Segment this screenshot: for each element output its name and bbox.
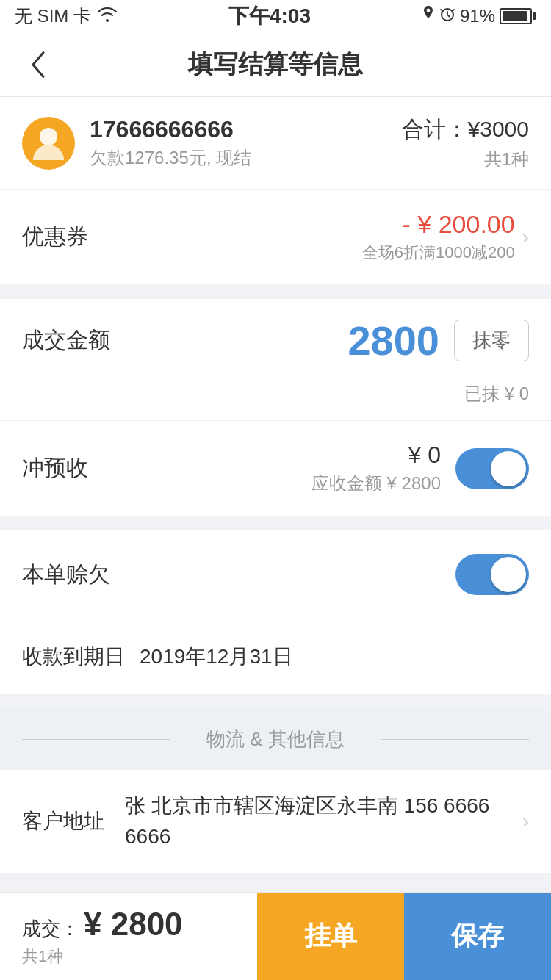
prepay-label: 冲预收 [22,453,311,483]
svg-point-1 [40,128,57,145]
page-title: 填写结算等信息 [54,48,497,82]
location-icon [422,6,435,26]
address-value: 张 北京市市辖区海淀区永丰南 156 6666 6666 [125,790,515,852]
debt-section: 本单赊欠 收款到期日 2019年12月31日 [0,530,551,694]
status-bar: 无 SIM 卡 下午4:03 91% [0,0,551,32]
save-button[interactable]: 保存 [404,893,551,981]
status-time: 下午4:03 [228,2,311,30]
coupon-discount: - ¥ 200.00 [403,210,515,239]
battery-icon [500,8,536,24]
address-chevron-icon: › [522,810,529,833]
prepay-amount: ¥ 0 [408,442,441,469]
prepay-toggle[interactable] [455,448,529,489]
prepay-desc: 应收金额 ¥ 2800 [311,472,441,495]
coupon-right: - ¥ 200.00 全场6折满1000减200 [362,210,515,264]
address-row[interactable]: 客户地址 张 北京市市辖区海淀区永丰南 156 6666 6666 › [0,770,551,873]
deal-section: 成交金额 2800 抹零 已抹 ¥ 0 冲预收 ¥ 0 应收金额 ¥ 2800 [0,299,551,516]
bottom-bar: 成交： ¥ 2800 共1种 挂单 保存 [0,892,551,980]
prepay-row: 冲预收 ¥ 0 应收金额 ¥ 2800 [0,420,551,516]
deal-right: 2800 抹零 [347,320,529,361]
customer-info: 17666666666 欠款1276.35元, 现结 [90,116,402,170]
hang-button[interactable]: 挂单 [257,893,404,981]
coupon-label: 优惠券 [22,222,362,252]
deal-sub: 已抹 ¥ 0 [0,382,551,420]
address-section: 客户地址 张 北京市市辖区海淀区永丰南 156 6666 6666 › [0,770,551,873]
battery-percent: 91% [460,6,495,26]
divider-line-left [22,739,170,740]
deal-amount: 2800 [347,320,439,361]
status-right: 91% [422,6,536,26]
bottom-amount: ¥ 2800 [84,906,183,943]
carrier-label: 无 SIM 卡 [15,4,91,28]
alarm-icon [439,6,455,26]
round-button[interactable]: 抹零 [454,320,529,361]
customer-section: 17666666666 欠款1276.35元, 现结 合计：¥3000 共1种 … [0,97,551,284]
total-amount: 合计：¥3000 [402,115,529,145]
wifi-icon [97,6,118,26]
customer-debt: 欠款1276.35元, 现结 [90,146,402,170]
divider-text: 物流 & 其他信息 [206,727,345,752]
avatar [22,117,75,170]
coupon-row[interactable]: 优惠券 - ¥ 200.00 全场6折满1000减200 › [0,189,551,284]
debt-toggle-knob [491,557,526,592]
deal-label: 成交金额 [22,325,347,356]
debt-label: 本单赊欠 [22,560,455,590]
customer-total: 合计：¥3000 共1种 [402,115,529,171]
debt-row: 本单赊欠 [0,530,551,619]
back-button[interactable] [22,48,54,81]
coupon-desc: 全场6折满1000减200 [362,242,515,264]
toggle-knob [491,451,526,486]
debt-toggle[interactable] [455,554,529,595]
date-row: 收款到期日 2019年12月31日 [0,619,551,694]
logistics-divider: 物流 & 其他信息 [0,709,551,770]
customer-row: 17666666666 欠款1276.35元, 现结 合计：¥3000 共1种 [0,97,551,189]
total-count: 共1种 [402,148,529,171]
prepay-right: ¥ 0 应收金额 ¥ 2800 [311,442,441,495]
coupon-chevron-icon: › [522,226,529,249]
bottom-count: 共1种 [22,945,235,968]
bottom-summary: 成交： ¥ 2800 共1种 [0,906,257,968]
date-value: 2019年12月31日 [140,643,293,671]
status-left: 无 SIM 卡 [15,4,118,28]
divider-line-right [381,739,529,740]
deal-row: 成交金额 2800 抹零 [0,299,551,382]
date-label: 收款到期日 [22,643,125,671]
customer-phone: 17666666666 [90,116,402,143]
bottom-deal-label: 成交： [22,916,79,942]
address-label: 客户地址 [22,807,125,835]
nav-bar: 填写结算等信息 [0,32,551,97]
